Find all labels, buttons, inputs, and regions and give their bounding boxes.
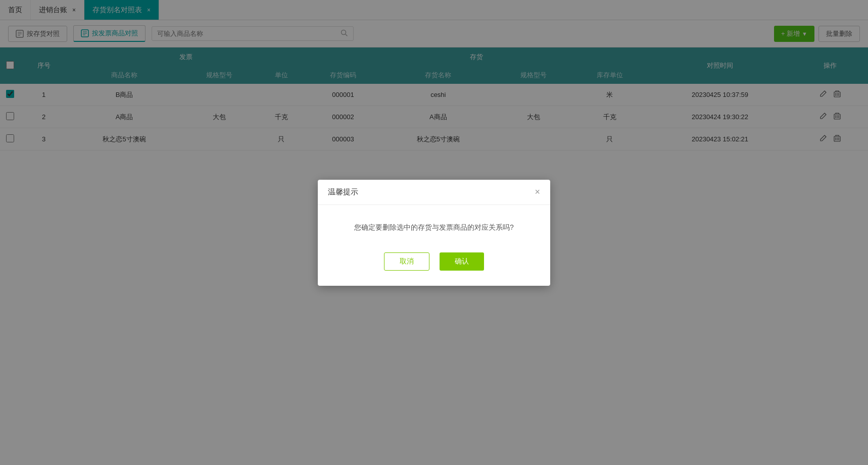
dialog-footer: 取消 确认 — [318, 247, 550, 286]
btn-cancel[interactable]: 取消 — [384, 252, 429, 271]
dialog-overlay: 温馨提示 × 您确定要删除选中的存货与发票商品的对应关系吗? 取消 确认 — [0, 0, 868, 465]
btn-cancel-label: 取消 — [400, 257, 414, 265]
dialog-title: 温馨提示 — [328, 187, 358, 197]
dialog-close-button[interactable]: × — [535, 187, 540, 197]
btn-confirm[interactable]: 确认 — [440, 252, 484, 271]
btn-confirm-label: 确认 — [455, 257, 469, 265]
dialog-header: 温馨提示 × — [318, 180, 550, 205]
dialog-body: 您确定要删除选中的存货与发票商品的对应关系吗? — [318, 205, 550, 247]
dialog-message: 您确定要删除选中的存货与发票商品的对应关系吗? — [354, 223, 514, 231]
dialog: 温馨提示 × 您确定要删除选中的存货与发票商品的对应关系吗? 取消 确认 — [318, 180, 550, 286]
